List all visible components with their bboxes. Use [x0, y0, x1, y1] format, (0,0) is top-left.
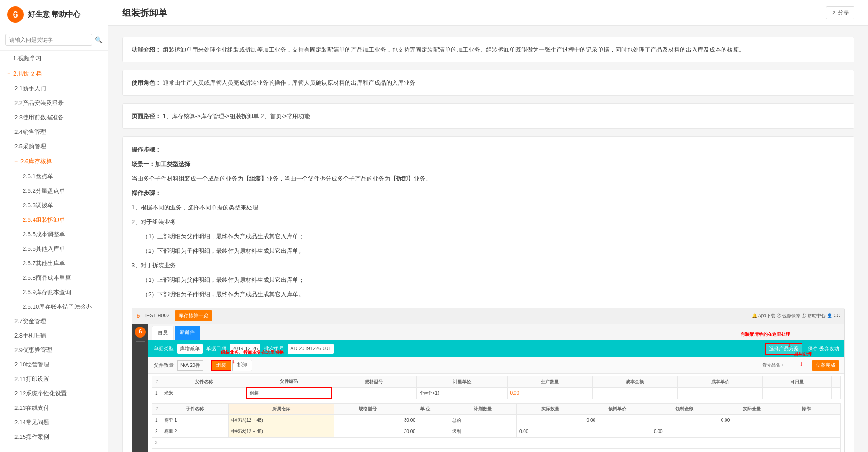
sidebar-item-2-2[interactable]: 2.2产品安装及登录 — [0, 96, 108, 110]
sidebar-item-2-4[interactable]: 2.4销售管理 — [0, 125, 108, 139]
mock-tab-2[interactable]: 新邮件 — [175, 326, 200, 340]
sidebar-item-2-13[interactable]: 2.13在线支付 — [0, 401, 108, 415]
sidebar-item-2-6-9[interactable]: 2.6.9库存账本查询 — [0, 285, 108, 300]
sidebar: 6 好生意 帮助中心 🔍 + 1.视频学习 − 2.帮助文档 2.1新手入门 2… — [0, 0, 108, 452]
search-input[interactable] — [5, 34, 92, 46]
mock-parent-code: 组装 — [246, 387, 331, 399]
nav-list: + 1.视频学习 − 2.帮助文档 2.1新手入门 2.2产品安装及登录 2.3… — [0, 51, 108, 452]
arrow-down-3: ↓ — [800, 358, 803, 370]
info-label-1: 功能介绍： — [132, 46, 161, 53]
logo-icon: 6 — [7, 6, 24, 23]
mock-search-field[interactable] — [782, 364, 810, 366]
mock-disassemble-btn[interactable]: 拆卸 — [232, 360, 252, 371]
mock-qty-value: N/A 20件 — [177, 360, 203, 371]
annotation-teal: 有装配清单的在这里处理 — [741, 330, 790, 338]
annotation-enable: 启用处理 — [794, 350, 812, 358]
info-box-function: 功能介绍： 组装拆卸单用来处理企业组装或拆卸等加工业务，支持有固定装配清单的产品… — [122, 37, 854, 62]
info-label-3: 页面路径： — [132, 113, 161, 119]
main-area: 组装拆卸单 ↗ 分享 功能介绍： 组装拆卸单用来处理企业组装或拆卸等加工业务，支… — [108, 0, 868, 452]
mock-confirm-btn[interactable]: 立案完成 — [812, 360, 839, 371]
sidebar-item-2-15[interactable]: 2.15操作案例 — [0, 430, 108, 444]
sidebar-item-2-6-3[interactable]: 2.6.3调拨单 — [0, 198, 108, 213]
mock-assemble-btn[interactable]: 组装 — [211, 360, 231, 371]
step3-1: （1）上部明细为父件明细，最终作为原材料生成其它出库单； — [132, 274, 845, 286]
scene1-desc: 当由多个子件材料组装成一个成品的业务为【组装】业务，当由一个父件拆分成多个子产品… — [132, 173, 845, 185]
steps-label: 操作步骤： — [132, 190, 161, 196]
sidebar-item-2-9[interactable]: 2.9优惠券管理 — [0, 343, 108, 357]
page-title: 组装拆卸单 — [122, 7, 167, 19]
info-text-3: 1、库存核算->库存管理->组装拆卸单 2、首页->常用功能 — [163, 113, 311, 119]
mock-tab-1[interactable]: 自员 — [152, 326, 174, 340]
sidebar-item-2-6[interactable]: − 2.6库存核算 — [0, 154, 108, 169]
mock-nav-btn: 库存核算一览 — [175, 310, 212, 321]
mock-logo: 6 — [137, 310, 140, 321]
search-icon[interactable]: 🔍 — [95, 36, 103, 43]
share-button[interactable]: ↗ 分享 — [826, 6, 854, 19]
sidebar-item-2-8[interactable]: 2.8手机旺辅 — [0, 328, 108, 343]
step3-2: （2）下部明细为子件明细，最终作为产成品生成其它入库单。 — [132, 289, 845, 300]
sidebar-item-2-6-1[interactable]: 2.6.1盘点单 — [0, 169, 108, 184]
search-bar: 🔍 — [0, 29, 108, 51]
sidebar-item-2-14[interactable]: 2.14常见问题 — [0, 415, 108, 430]
scene1-title: 场景一：加工类型选择 — [132, 161, 190, 167]
mock-top-links: 🔔 App下载 ② 包修保障 ① 帮助中心 👤 CC — [752, 312, 840, 320]
info-label-2: 使用角色： — [132, 79, 161, 86]
info-box-steps: 操作步骤： 场景一：加工类型选择 当由多个子件材料组装成一个成品的业务为【组装】… — [122, 136, 854, 452]
plus-icon: + — [7, 55, 10, 62]
sidebar-item-2-3[interactable]: 2.3使用前数据准备 — [0, 110, 108, 125]
arrow-down-2: ↓ — [232, 356, 235, 367]
mock-qty-label: 父件数量 — [154, 361, 174, 370]
sidebar-item-2-12[interactable]: 2.12系统个性化设置 — [0, 386, 108, 401]
step2: 2、对于组装业务 — [132, 216, 845, 228]
sidebar-item-2-6-6[interactable]: 2.6.6其他入库单 — [0, 242, 108, 256]
sidebar-item-2-6-10[interactable]: 2.6.10库存账本错了怎么办 — [0, 300, 108, 314]
info-text-1: 组装拆卸单用来处理企业组装或拆卸等加工业务，支持有固定装配清单的产品加工业务，也… — [163, 46, 745, 53]
sidebar-item-2-10[interactable]: 2.10经营管理 — [0, 357, 108, 372]
sidebar-item-2-5[interactable]: 2.5采购管理 — [0, 139, 108, 154]
sidebar-item-2-6-5[interactable]: 2.6.5成本调整单 — [0, 227, 108, 242]
arrow-down-1: ↓ — [788, 338, 791, 352]
step3: 3、对于拆装业务 — [132, 260, 845, 271]
info-box-path: 页面路径： 1、库存核算->库存管理->组装拆卸单 2、首页->常用功能 — [122, 103, 854, 129]
mock-action-btns: 保存 丢弃改动 — [808, 344, 839, 353]
screenshot-mockup: 6 TEST-H002 库存核算一览 🔔 App下载 ② 包修保障 ① 帮助中心… — [132, 308, 845, 452]
sidebar-item-2-11[interactable]: 2.11打印设置 — [0, 372, 108, 386]
sidebar-item-2-1[interactable]: 2.1新手入门 — [0, 81, 108, 96]
steps-main-title: 操作步骤： — [132, 146, 161, 153]
mock-browser-id: TEST-H002 — [143, 311, 169, 320]
step2-2: （2）下部明细为子件明细，最终作为原材料生成其它出库单。 — [132, 245, 845, 257]
sidebar-item-2-6-2[interactable]: 2.6.2分量盘点单 — [0, 184, 108, 198]
share-icon: ↗ — [831, 10, 836, 16]
mock-search-hint: 货号品名 — [762, 361, 780, 369]
info-box-role: 使用角色： 通常由生产人员或库管人员完成拆装业务的操作，库管人员确认原材料的出库… — [122, 70, 854, 95]
mock-batch-value: AD-20191226-001 — [288, 344, 334, 354]
annotation-biz-type: 组装业务、拆卸业务在这里切换 — [221, 348, 284, 357]
sidebar-item-2-6-7[interactable]: 2.6.7其他出库单 — [0, 256, 108, 271]
mock-form-type-label: 单据类型 — [154, 344, 174, 353]
sidebar-item-2-7[interactable]: 2.7资金管理 — [0, 314, 108, 328]
logo-text: 好生意 帮助中心 — [28, 10, 80, 19]
main-content: 功能介绍： 组装拆卸单用来处理企业组装或拆卸等加工业务，支持有固定装配清单的产品… — [108, 26, 868, 452]
step2-1: （1）上部明细为父件明细，最终作为产成品生成其它入库单； — [132, 231, 845, 243]
minus-icon-2: − — [14, 158, 18, 165]
main-header: 组装拆卸单 ↗ 分享 — [108, 0, 868, 26]
sidebar-item-2-6-8[interactable]: 2.6.8商品成本重算 — [0, 271, 108, 285]
sidebar-item-docs[interactable]: − 2.帮助文档 — [0, 66, 108, 81]
step1: 1、根据不同的业务，选择不同单据的类型来处理 — [132, 202, 845, 214]
sidebar-item-2-6-4[interactable]: 2.6.4组装拆卸单 — [0, 213, 108, 227]
sidebar-logo: 6 好生意 帮助中心 — [0, 0, 108, 29]
minus-icon: − — [7, 71, 10, 77]
info-text-2: 通常由生产人员或库管人员完成拆装业务的操作，库管人员确认原材料的出库和产成品的入… — [163, 79, 415, 86]
mock-mini-logo: 6 — [135, 327, 146, 338]
sidebar-item-video[interactable]: + 1.视频学习 — [0, 51, 108, 66]
mock-mini-divider — [136, 341, 145, 342]
mock-form-type-value: 库增减单 — [177, 344, 203, 354]
